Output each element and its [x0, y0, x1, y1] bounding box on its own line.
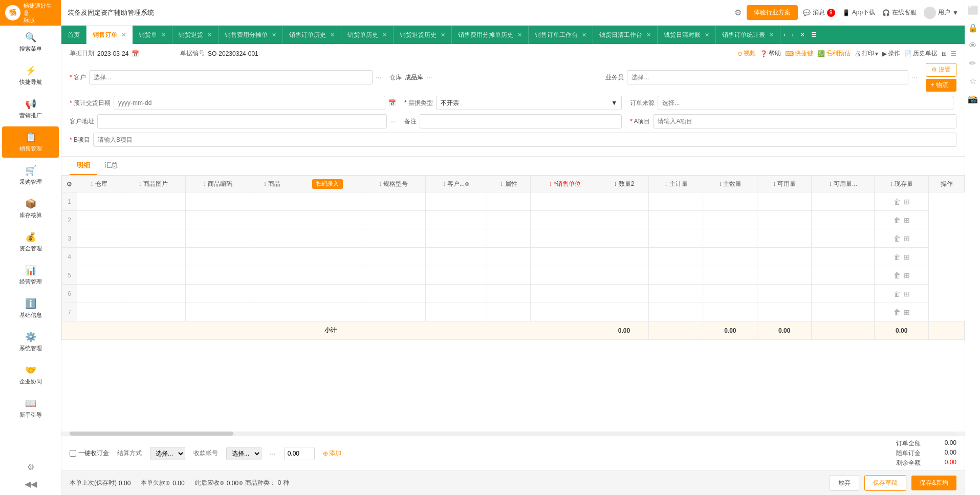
- table-cell[interactable]: [703, 266, 757, 285]
- tab-order-history[interactable]: 销售订单历史 ✕: [283, 26, 341, 44]
- date-picker-icon[interactable]: 📅: [132, 50, 139, 57]
- salesperson-input[interactable]: [627, 70, 908, 84]
- add-payment-btn[interactable]: ⊕ 添加: [323, 449, 341, 458]
- table-cell[interactable]: [185, 229, 250, 248]
- online-service-btn[interactable]: 🎧 在线客服: [882, 8, 917, 17]
- table-cell[interactable]: [649, 303, 703, 321]
- table-cell[interactable]: [426, 303, 487, 321]
- tab-expense-history[interactable]: 销售费用分摊单历史 ✕: [452, 26, 529, 44]
- table-cell[interactable]: [531, 229, 599, 248]
- tab-daily-workbench[interactable]: 钱货日清工作台 ✕: [593, 26, 658, 44]
- app-download-btn[interactable]: 📱 App下载: [842, 8, 875, 17]
- table-cell[interactable]: [294, 285, 361, 303]
- table-cell[interactable]: [703, 229, 757, 248]
- delete-row-icon[interactable]: 🗑: [894, 234, 901, 243]
- sidebar-item-enterprise[interactable]: 🤝 企业协同: [2, 359, 59, 391]
- table-cell[interactable]: [361, 211, 425, 229]
- table-cell[interactable]: [649, 229, 703, 248]
- table-cell[interactable]: [250, 285, 294, 303]
- table-cell[interactable]: 🗑⊞: [875, 192, 929, 211]
- discard-btn[interactable]: 放弃: [830, 475, 859, 491]
- table-cell[interactable]: [185, 303, 250, 321]
- history-btn[interactable]: 📄 历史单据: [904, 49, 938, 58]
- table-cell[interactable]: [361, 266, 425, 285]
- save-new-btn[interactable]: 保存&新增: [911, 476, 956, 490]
- table-cell[interactable]: [531, 285, 599, 303]
- tab-order-history-close[interactable]: ✕: [330, 32, 335, 38]
- tab-return-history-close[interactable]: ✕: [441, 32, 445, 38]
- table-cell[interactable]: [599, 192, 649, 211]
- table-cell[interactable]: [757, 248, 812, 266]
- table-cell[interactable]: [77, 248, 121, 266]
- tab-invoice-history[interactable]: 销货单历史 ✕: [341, 26, 394, 44]
- delete-row-icon[interactable]: 🗑: [894, 253, 901, 261]
- scan-input-btn[interactable]: 扫码录入: [312, 179, 343, 189]
- sidebar-settings-btn[interactable]: ⚙: [25, 460, 36, 474]
- table-cell[interactable]: [77, 229, 121, 248]
- table-cell[interactable]: [361, 285, 425, 303]
- view-btn[interactable]: ⊙ 视频: [737, 49, 756, 58]
- tab-invoice-history-close[interactable]: ✕: [382, 32, 387, 38]
- table-cell[interactable]: [487, 303, 531, 321]
- table-cell[interactable]: [294, 229, 361, 248]
- rp-icon-3[interactable]: 👁: [969, 41, 977, 50]
- add-logistics-btn[interactable]: + 物流: [926, 79, 956, 92]
- shortcut-btn[interactable]: ⌨ 快捷键: [785, 49, 813, 58]
- salesperson-dots[interactable]: ···: [911, 73, 918, 81]
- table-cell[interactable]: [77, 303, 121, 321]
- table-cell[interactable]: 🗑⊞: [875, 229, 929, 248]
- table-cell[interactable]: [250, 248, 294, 266]
- table-cell[interactable]: [703, 211, 757, 229]
- tab-sales-invoice-close[interactable]: ✕: [161, 32, 166, 38]
- warehouse-dots[interactable]: ···: [426, 73, 432, 81]
- tab-daily-reconcile[interactable]: 钱货日清对账 ✕: [658, 26, 716, 44]
- sidebar-collapse-btn[interactable]: ◀◀: [23, 477, 39, 491]
- table-cell[interactable]: [649, 211, 703, 229]
- account-select[interactable]: 选择...: [226, 447, 262, 460]
- operation-btn[interactable]: ▶ 操作: [882, 49, 900, 58]
- table-cell[interactable]: [185, 266, 250, 285]
- tab-nav-close-all[interactable]: ✕: [797, 31, 808, 38]
- table-cell[interactable]: [703, 248, 757, 266]
- a-project-input[interactable]: [653, 114, 956, 128]
- sidebar-item-basics[interactable]: ℹ️ 基础信息: [2, 293, 59, 324]
- table-cell[interactable]: [426, 248, 487, 266]
- print-btn[interactable]: 🖨 打印 ▾: [855, 49, 878, 58]
- table-cell[interactable]: [121, 248, 185, 266]
- tab-order-stats-close[interactable]: ✕: [769, 32, 774, 38]
- table-cell[interactable]: [531, 266, 599, 285]
- table-cell[interactable]: [294, 303, 361, 321]
- table-cell[interactable]: [294, 211, 361, 229]
- table-cell[interactable]: [426, 192, 487, 211]
- tab-sales-order[interactable]: 销售订单 ✕: [86, 26, 133, 44]
- table-cell[interactable]: [185, 285, 250, 303]
- table-cell[interactable]: [812, 285, 875, 303]
- copy-row-icon[interactable]: ⊞: [904, 271, 910, 279]
- message-btn[interactable]: 💬 消息 9: [803, 8, 835, 17]
- table-cell[interactable]: [757, 229, 812, 248]
- rp-icon-6[interactable]: 📸: [968, 94, 978, 104]
- table-cell[interactable]: [121, 266, 185, 285]
- table-cell[interactable]: [426, 285, 487, 303]
- table-cell[interactable]: [121, 303, 185, 321]
- table-cell[interactable]: [703, 303, 757, 321]
- table-cell[interactable]: [599, 211, 649, 229]
- tab-sales-order-close[interactable]: ✕: [121, 32, 126, 38]
- address-input[interactable]: [97, 114, 387, 128]
- tab-sales-expense-close[interactable]: ✕: [272, 32, 276, 38]
- table-cell[interactable]: 🗑⊞: [875, 211, 929, 229]
- table-cell[interactable]: [487, 248, 531, 266]
- account-dots[interactable]: ···: [270, 449, 276, 458]
- table-cell[interactable]: [487, 266, 531, 285]
- customer-input[interactable]: [89, 70, 373, 84]
- sidebar-item-purchase[interactable]: 🛒 采购管理: [2, 160, 59, 191]
- tab-daily-workbench-close[interactable]: ✕: [646, 32, 651, 38]
- table-cell[interactable]: [294, 266, 361, 285]
- table-cell[interactable]: [487, 211, 531, 229]
- table-cell[interactable]: [426, 211, 487, 229]
- header-settings-icon[interactable]: ⚙: [734, 8, 742, 17]
- tab-order-workbench-close[interactable]: ✕: [582, 32, 586, 38]
- table-cell[interactable]: [812, 211, 875, 229]
- table-cell[interactable]: [649, 248, 703, 266]
- table-cell[interactable]: [294, 248, 361, 266]
